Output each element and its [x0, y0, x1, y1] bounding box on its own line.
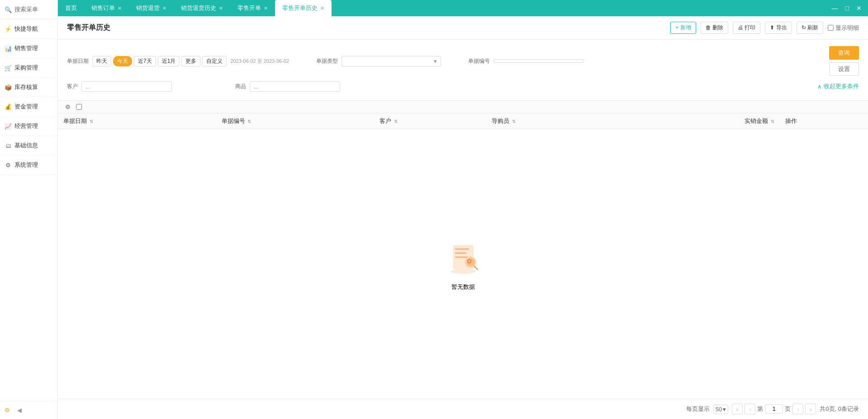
sidebar-item-kucun[interactable]: 📦 库存核算: [0, 78, 57, 97]
print-button[interactable]: 🖨 打印: [733, 22, 760, 34]
bill-type-filter: 单据类型 ▾: [316, 56, 441, 66]
sidebar-item-kuaijie[interactable]: ⚡ 快捷导航: [0, 19, 57, 39]
last-page-button[interactable]: »: [805, 404, 816, 414]
maximize-button[interactable]: □: [844, 4, 851, 13]
bill-no-label: 单据编号: [468, 57, 490, 65]
delete-button[interactable]: 🗑 删除: [701, 22, 728, 34]
col-amount-label: 实销金额: [745, 118, 768, 124]
sidebar-item-label: 采购管理: [14, 64, 38, 72]
page-suffix: 页: [785, 405, 791, 413]
tab-sales-return[interactable]: 销货退货 ✕: [129, 0, 174, 16]
customer-input[interactable]: ...: [81, 81, 172, 92]
per-page-label: 每页显示: [686, 405, 710, 413]
date-filter: 单据日期 昨天 今天 近7天 近1月 更多 自定义 2023-06-02 至 2…: [67, 56, 289, 66]
col-guide-sort[interactable]: ⇅: [512, 119, 516, 124]
kuaijie-icon: ⚡: [5, 26, 12, 33]
sidebar-item-caigou[interactable]: 🛒 采购管理: [0, 58, 57, 78]
goods-label: 商品: [235, 83, 246, 90]
window-controls: — □ ✕: [830, 4, 868, 13]
page-size-select[interactable]: 50 ▾: [713, 405, 728, 414]
tab-bar: 首页 销售订单 ✕ 销货退货 ✕ 销货退货历史 ✕ 零售开单 ✕ 零售开单历史 …: [58, 0, 868, 16]
col-amount-sort[interactable]: ⇅: [771, 119, 774, 124]
tab-sales-order[interactable]: 销售订单 ✕: [84, 0, 129, 16]
tab-home[interactable]: 首页: [58, 0, 84, 16]
display-detail-input[interactable]: [828, 25, 834, 31]
management-icon: 📈: [5, 123, 12, 130]
table-settings-icon[interactable]: ⚙: [65, 104, 71, 110]
query-area: 查询 设置: [829, 46, 859, 76]
col-no-sort[interactable]: ⇅: [247, 119, 251, 124]
data-table: 单据日期 ⇅ 单据编号 ⇅ 客户 ⇅ 导购员 ⇅: [58, 113, 868, 129]
chevron-up-icon: ∧: [817, 83, 822, 90]
pagination: 每页显示 50 ▾ « ‹ 第 页 › » 共0页, 0条记录: [58, 399, 868, 419]
toolbar: + 新增 🗑 删除 🖨 打印 ⬆ 导出 ↻ 刷新 显示明细: [670, 22, 859, 34]
tab-retail-history[interactable]: 零售开单历史 ✕: [275, 0, 332, 16]
first-page-button[interactable]: «: [732, 404, 743, 414]
sidebar-item-jingying[interactable]: 📈 经营管理: [0, 117, 57, 136]
goods-filter: 商品 ...: [235, 81, 340, 92]
empty-state: 暂无数据: [58, 129, 868, 399]
page-header: 零售开单历史 + 新增 🗑 删除 🖨 打印 ⬆ 导出 ↻ 刷新 显示明细: [58, 16, 868, 40]
total-text: 共0页, 0条记录: [820, 405, 859, 413]
collapse-more-btn[interactable]: ∧ 收起更多条件: [817, 80, 859, 92]
sidebar-item-xitong[interactable]: ⚙ 系统管理: [0, 155, 57, 175]
svg-rect-2: [455, 248, 470, 250]
date-btn-more[interactable]: 更多: [181, 56, 200, 66]
sidebar-item-label: 系统管理: [14, 161, 38, 169]
date-btn-custom[interactable]: 自定义: [202, 56, 227, 66]
prev-page-button[interactable]: ‹: [745, 404, 755, 414]
sidebar-item-jichu[interactable]: 🗂 基础信息: [0, 136, 57, 155]
goods-input[interactable]: ...: [250, 81, 340, 92]
date-btn-1month[interactable]: 近1月: [158, 56, 180, 66]
select-all-checkbox[interactable]: [76, 104, 82, 110]
col-date-label: 单据日期: [63, 118, 87, 124]
sidebar-item-label: 快捷导航: [14, 25, 38, 33]
settings-icon[interactable]: ⚙: [5, 407, 10, 414]
tab-retail-open[interactable]: 零售开单 ✕: [230, 0, 275, 16]
tab-sales-return-history[interactable]: 销货退货历史 ✕: [174, 0, 230, 16]
sidebar-item-label: 资金管理: [14, 103, 38, 111]
close-tab-sales-order[interactable]: ✕: [118, 5, 122, 11]
close-tab-retail-history[interactable]: ✕: [320, 5, 324, 11]
sidebar-search[interactable]: 🔍 搜索采单: [0, 0, 57, 19]
export-button[interactable]: ⬆ 导出: [765, 22, 792, 34]
close-tab-sales-return[interactable]: ✕: [162, 5, 166, 11]
col-no: 单据编号 ⇅: [216, 113, 375, 129]
date-btn-7days[interactable]: 近7天: [134, 56, 156, 66]
sidebar-item-zijin[interactable]: 💰 资金管理: [0, 97, 57, 117]
empty-icon: [443, 237, 484, 278]
bill-no-input[interactable]: [493, 59, 584, 63]
close-tab-retail-open[interactable]: ✕: [264, 5, 268, 11]
table-area: ⚙ 单据日期 ⇅ 单据编号 ⇅ 客户 ⇅: [58, 101, 868, 419]
sidebar-item-label: 经营管理: [14, 122, 38, 130]
customer-placeholder: ...: [85, 83, 90, 90]
svg-point-0: [451, 269, 475, 274]
date-range-text: 2023-06-02 至 2023-06-02: [230, 58, 289, 65]
filter-settings-button[interactable]: 设置: [829, 62, 859, 76]
col-date: 单据日期 ⇅: [58, 113, 216, 129]
col-action-label: 操作: [785, 118, 797, 124]
refresh-button[interactable]: ↻ 刷新: [797, 22, 823, 34]
date-btn-yesterday[interactable]: 昨天: [92, 56, 111, 66]
display-detail-checkbox[interactable]: 显示明细: [828, 24, 859, 32]
minimize-button[interactable]: —: [830, 4, 840, 13]
sidebar-item-xiaoshou[interactable]: 📊 销售管理: [0, 39, 57, 58]
table-header-row: 单据日期 ⇅ 单据编号 ⇅ 客户 ⇅ 导购员 ⇅: [58, 113, 868, 129]
query-button[interactable]: 查询: [829, 46, 859, 60]
close-button[interactable]: ✕: [854, 4, 863, 13]
add-button[interactable]: + 新增: [670, 22, 696, 34]
next-page-button[interactable]: ›: [792, 404, 803, 414]
bill-type-label: 单据类型: [316, 57, 338, 65]
purchase-icon: 🛒: [5, 65, 12, 71]
collapse-sidebar-icon[interactable]: ◀: [17, 407, 22, 414]
page-input[interactable]: [765, 405, 783, 414]
close-tab-sales-return-history[interactable]: ✕: [219, 5, 223, 11]
col-date-sort[interactable]: ⇅: [90, 119, 93, 124]
svg-rect-4: [455, 256, 468, 258]
page-title: 零售开单历史: [67, 23, 110, 33]
sidebar-bottom: ⚙ ◀: [0, 401, 57, 419]
col-customer-sort[interactable]: ⇅: [394, 119, 398, 124]
bill-type-select[interactable]: ▾: [342, 56, 441, 66]
bill-no-filter: 单据编号: [468, 57, 584, 65]
date-btn-today[interactable]: 今天: [113, 56, 132, 66]
